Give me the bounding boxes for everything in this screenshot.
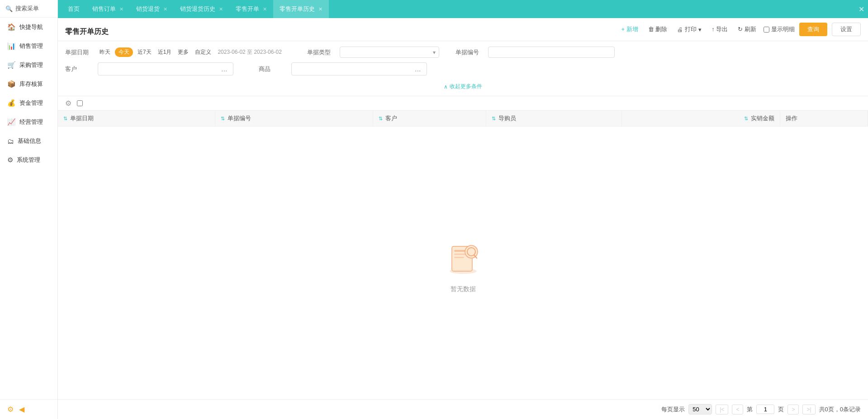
tab-sales-order-close[interactable]: ✕ bbox=[119, 6, 123, 12]
customer-picker-icon[interactable]: ... bbox=[219, 65, 229, 73]
stock-icon: 📦 bbox=[7, 80, 16, 88]
svg-rect-3 bbox=[454, 254, 467, 255]
toolbar: + 新增 🗑 删除 🖨 打印 ▾ ↑ 导出 ↻ 刷新 显示明细 查询 设置 bbox=[618, 23, 861, 41]
tab-retail-open-label: 零售开单 bbox=[236, 5, 259, 13]
collapse-filter-button[interactable]: ∧ 收起更多条件 bbox=[65, 80, 861, 90]
table-toolbar: ⚙ bbox=[58, 96, 868, 111]
sidebar-item-stock-calc[interactable]: 📦 库存核算 bbox=[0, 75, 57, 94]
filter-area: 单据日期 昨天 今天 近7天 近1月 更多 自定义 2023-06-02 至 2… bbox=[58, 41, 868, 96]
basic-icon: 🗂 bbox=[7, 137, 14, 145]
print-button[interactable]: 🖨 打印 ▾ bbox=[674, 24, 704, 35]
show-detail-input[interactable] bbox=[764, 27, 769, 33]
col-number[interactable]: ⇅ 单据编号 bbox=[215, 111, 373, 127]
query-button[interactable]: 查询 bbox=[799, 23, 827, 36]
tab-sales-order-label: 销售订单 bbox=[92, 5, 116, 13]
number-filter-label: 单据编号 bbox=[455, 48, 481, 56]
goods-filter-wrapper: ... bbox=[291, 62, 427, 75]
show-detail-checkbox[interactable]: 显示明细 bbox=[764, 25, 795, 33]
delete-button[interactable]: 🗑 删除 bbox=[645, 24, 670, 35]
col-amount-label: 实销金额 bbox=[751, 115, 774, 122]
sidebar-item-finance-mgmt[interactable]: 💰 资金管理 bbox=[0, 94, 57, 113]
settings-button[interactable]: 设置 bbox=[832, 23, 861, 36]
number-filter-input[interactable] bbox=[488, 47, 615, 58]
table-header: ⇅ 单据日期 ⇅ 单据编号 ⇅ 客户 ⇅ 导购员 bbox=[58, 111, 868, 127]
last-page-button[interactable]: >| bbox=[802, 405, 815, 414]
prev-page-button[interactable]: < bbox=[732, 405, 743, 414]
date-btn-today[interactable]: 今天 bbox=[115, 47, 133, 57]
per-page-select[interactable]: 50 10 20 100 bbox=[688, 404, 712, 414]
date-btn-custom[interactable]: 自定义 bbox=[193, 47, 213, 57]
filter-row-1: 单据日期 昨天 今天 近7天 近1月 更多 自定义 2023-06-02 至 2… bbox=[65, 47, 861, 58]
select-all-checkbox[interactable] bbox=[77, 100, 83, 106]
tab-retail-open-close[interactable]: ✕ bbox=[263, 6, 267, 12]
tab-retail-history[interactable]: 零售开单历史 ✕ bbox=[273, 0, 329, 18]
svg-rect-4 bbox=[454, 257, 464, 258]
main-content: 首页 销售订单 ✕ 销货退货 ✕ 销货退货历史 ✕ 零售开单 ✕ 零售开单历史 … bbox=[58, 0, 868, 419]
date-btn-yesterday[interactable]: 昨天 bbox=[98, 47, 112, 57]
date-range-display: 2023-06-02 至 2023-06-02 bbox=[218, 48, 281, 56]
finance-icon: 💰 bbox=[7, 99, 16, 107]
date-btn-7days[interactable]: 近7天 bbox=[136, 47, 153, 57]
tab-sales-return-label: 销货退货 bbox=[136, 5, 160, 13]
col-amount[interactable]: ⇅ 实销金额 bbox=[622, 111, 780, 127]
tab-sales-return-close[interactable]: ✕ bbox=[163, 6, 167, 12]
add-button[interactable]: + 新增 bbox=[618, 24, 640, 35]
next-page-button[interactable]: > bbox=[787, 405, 799, 414]
total-label: 共0页，0条记录 bbox=[819, 405, 861, 414]
refresh-button[interactable]: ↻ 刷新 bbox=[735, 24, 759, 35]
tab-retail-history-label: 零售开单历史 bbox=[280, 5, 315, 13]
customer-filter-wrapper: ... bbox=[98, 62, 233, 75]
date-btn-more[interactable]: 更多 bbox=[176, 47, 190, 57]
sidebar-search-label: 搜索采单 bbox=[15, 5, 39, 13]
export-button[interactable]: ↑ 导出 bbox=[709, 24, 730, 35]
goods-filter-input[interactable] bbox=[295, 64, 413, 74]
page-title: 零售开单历史 bbox=[65, 27, 109, 37]
sidebar-item-basic-info[interactable]: 🗂 基础信息 bbox=[0, 132, 57, 151]
customer-filter-input[interactable] bbox=[102, 64, 219, 74]
sort-icon-customer: ⇅ bbox=[379, 116, 383, 121]
tab-retail-history-close[interactable]: ✕ bbox=[318, 6, 323, 12]
tab-sales-return-history[interactable]: 销货退货历史 ✕ bbox=[174, 0, 229, 18]
col-date-label: 单据日期 bbox=[70, 115, 94, 122]
ops-icon: 📈 bbox=[7, 118, 16, 126]
tab-home[interactable]: 首页 bbox=[62, 0, 86, 18]
tab-sales-return-history-close[interactable]: ✕ bbox=[219, 6, 223, 12]
customer-filter-label: 客户 bbox=[65, 65, 90, 73]
sales-icon: 📊 bbox=[7, 42, 16, 50]
sidebar-search[interactable]: 🔍 搜索采单 bbox=[0, 0, 57, 18]
sidebar-item-purchase-mgmt[interactable]: 🛒 采购管理 bbox=[0, 56, 57, 75]
tab-sales-return-history-label: 销货退货历史 bbox=[180, 5, 215, 13]
type-select-wrapper bbox=[340, 47, 439, 58]
tab-sales-return[interactable]: 销货退货 ✕ bbox=[130, 0, 174, 18]
tab-retail-open[interactable]: 零售开单 ✕ bbox=[229, 0, 273, 18]
goods-picker-icon[interactable]: ... bbox=[413, 65, 422, 73]
col-customer[interactable]: ⇅ 客户 bbox=[373, 111, 486, 127]
col-salesman[interactable]: ⇅ 导购员 bbox=[486, 111, 622, 127]
sidebar-item-sys-mgmt[interactable]: ⚙ 系统管理 bbox=[0, 151, 57, 169]
page-header: 零售开单历史 + 新增 🗑 删除 🖨 打印 ▾ ↑ 导出 ↻ 刷新 显示明细 查… bbox=[58, 18, 868, 41]
sidebar-item-quick-nav[interactable]: 🏠 快捷导航 bbox=[0, 18, 57, 37]
tab-sales-order[interactable]: 销售订单 ✕ bbox=[86, 0, 130, 18]
collapse-sidebar-icon[interactable]: ◀ bbox=[19, 405, 24, 414]
collapse-filter-label: 收起更多条件 bbox=[450, 83, 482, 90]
home-icon: 🏠 bbox=[7, 23, 16, 31]
first-page-button[interactable]: |< bbox=[716, 405, 728, 414]
window-close-button[interactable]: ✕ bbox=[859, 5, 864, 14]
col-date[interactable]: ⇅ 单据日期 bbox=[58, 111, 215, 127]
sidebar: 🔍 搜索采单 🏠 快捷导航 📊 销售管理 🛒 采购管理 📦 库存核算 💰 资金管… bbox=[0, 0, 58, 419]
type-filter-label: 单据类型 bbox=[307, 48, 332, 56]
settings-icon[interactable]: ⚙ bbox=[7, 405, 14, 414]
sidebar-item-label: 快捷导航 bbox=[19, 23, 43, 31]
table-settings-icon[interactable]: ⚙ bbox=[65, 99, 71, 108]
type-select[interactable] bbox=[340, 47, 439, 58]
sidebar-item-ops-mgmt[interactable]: 📈 经营管理 bbox=[0, 113, 57, 132]
date-btn-1month[interactable]: 近1月 bbox=[156, 47, 174, 57]
sidebar-item-sales-mgmt[interactable]: 📊 销售管理 bbox=[0, 37, 57, 56]
table-area: ⚙ ⇅ 单据日期 ⇅ 单据编号 ⇅ bbox=[58, 96, 868, 399]
purchase-icon: 🛒 bbox=[7, 61, 16, 69]
date-filter-buttons: 昨天 今天 近7天 近1月 更多 自定义 2023-06-02 至 2023-0… bbox=[98, 47, 282, 57]
search-icon: 🔍 bbox=[5, 5, 13, 12]
page-number-input[interactable] bbox=[756, 405, 774, 414]
sidebar-item-label: 基础信息 bbox=[18, 137, 41, 145]
sidebar-item-label: 经营管理 bbox=[19, 118, 43, 126]
